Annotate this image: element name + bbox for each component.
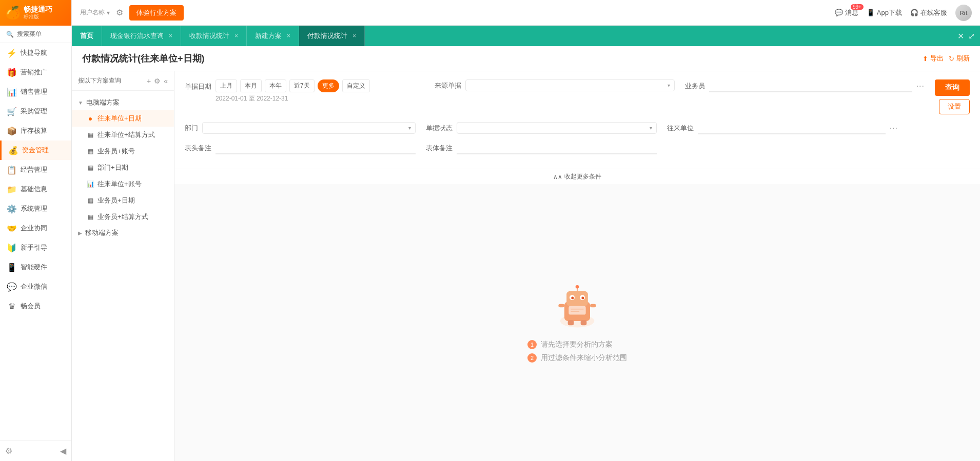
sidebar-item-quick-nav[interactable]: ⚡ 快捷导航	[0, 43, 71, 63]
sidebar-item-hardware[interactable]: 📱 智能硬件	[0, 257, 71, 277]
app-download-link[interactable]: 📱 App下载	[867, 8, 902, 17]
tab-payment-close[interactable]: ×	[352, 32, 356, 39]
header-settings-icon[interactable]: ⚙	[116, 8, 123, 17]
scheme-group-desktop: ▼ 电脑端方案 ● 往来单位+日期 ▦ 往来单位+结算方式	[72, 95, 174, 225]
body-remark-label: 表体备注	[426, 144, 453, 153]
search-icon: 🔍	[6, 31, 14, 38]
filter-header-remark-col: 表头备注	[185, 142, 416, 154]
filter-settings-btn[interactable]: 设置	[939, 99, 970, 114]
messages-badge[interactable]: 💬 消息 99+	[835, 8, 858, 17]
scheme-group-mobile-header[interactable]: ▶ 移动端方案	[72, 225, 174, 240]
inventory-icon: 📦	[7, 126, 16, 135]
export-btn[interactable]: ⬆ 导出	[923, 54, 944, 63]
source-select[interactable]: ▾	[465, 79, 674, 91]
sidebar-collapse-btn[interactable]: ◀	[60, 446, 66, 456]
this-month-btn[interactable]: 本月	[240, 79, 262, 92]
sidebar-item-guide[interactable]: 🔰 新手引导	[0, 238, 71, 257]
online-service-label: 在线客服	[920, 8, 947, 17]
scheme-item-partner-date[interactable]: ● 往来单位+日期	[72, 110, 174, 127]
partner-input[interactable]	[698, 122, 886, 134]
sidebar-item-management[interactable]: 📋 经营管理	[0, 160, 71, 179]
scheme-panel: 按以下方案查询 + ⚙ « ▼ 电脑端方案	[72, 71, 174, 461]
scheme-settings-btn[interactable]: ⚙	[154, 77, 161, 85]
top-header: 用户名称 ▾ ⚙ 体验行业方案 💬 消息 99+ 📱 App下载 🎧	[72, 0, 980, 26]
header-remark-input[interactable]	[215, 142, 416, 154]
tab-bank-close[interactable]: ×	[169, 32, 172, 39]
partner-dots[interactable]: ···	[890, 124, 898, 133]
sidebar-item-capital[interactable]: 💰 资金管理	[0, 141, 71, 160]
scheme-item-partner-settlement-label: 往来单位+结算方式	[97, 130, 155, 139]
enterprise-label: 企业协同	[21, 224, 47, 233]
scheme-panel-title-text: 按以下方案查询	[78, 76, 121, 85]
sidebar-item-marketing[interactable]: 🎁 营销推广	[0, 63, 71, 82]
tab-payment[interactable]: 付款情况统计 ×	[299, 26, 365, 46]
sidebar-item-wechat[interactable]: 💬 企业微信	[0, 277, 71, 296]
scheme-item-partner-account-icon: 📊	[86, 180, 94, 188]
sidebar-item-sales[interactable]: 📊 销售管理	[0, 82, 71, 102]
last-7-days-btn[interactable]: 近7天	[289, 79, 315, 92]
scheme-item-partner-settlement[interactable]: ▦ 往来单位+结算方式	[72, 127, 174, 143]
dept-select[interactable]: ▾	[202, 122, 416, 134]
last-month-btn[interactable]: 上月	[215, 79, 237, 92]
salesperson-input[interactable]	[709, 79, 912, 92]
salesperson-dots[interactable]: ···	[916, 82, 925, 91]
sidebar-item-vip[interactable]: ♛ 畅会员	[0, 296, 71, 316]
scheme-item-staff-settlement[interactable]: ▦ 业务员+结算方式	[72, 209, 174, 225]
desktop-group-label: 电脑端方案	[86, 98, 120, 107]
scheme-add-btn[interactable]: +	[147, 77, 151, 85]
sidebar-item-inventory[interactable]: 📦 库存核算	[0, 121, 71, 141]
sidebar-item-purchase[interactable]: 🛒 采购管理	[0, 102, 71, 121]
svg-point-5	[571, 297, 574, 299]
scheme-group-desktop-header[interactable]: ▼ 电脑端方案	[72, 95, 174, 110]
tab-collection[interactable]: 收款情况统计 ×	[181, 26, 247, 46]
scheme-item-staff-date-label: 业务员+日期	[97, 196, 135, 205]
sales-label: 销售管理	[21, 87, 47, 96]
body-remark-input[interactable]	[457, 142, 657, 154]
scheme-item-partner-account[interactable]: 📊 往来单位+账号	[72, 176, 174, 192]
online-service-link[interactable]: 🎧 在线客服	[910, 8, 947, 17]
tab-bank[interactable]: 现金银行流水查询 ×	[102, 26, 181, 46]
tab-home[interactable]: 首页	[72, 26, 102, 46]
tab-collection-close[interactable]: ×	[234, 32, 238, 39]
date-buttons: 上月 本月 本年 近7天 更多 自定义	[215, 79, 370, 92]
tab-collection-label: 收款情况统计	[189, 31, 229, 41]
scheme-item-partner-settlement-icon: ▦	[86, 131, 94, 139]
scheme-item-dept-date[interactable]: ▦ 部门+日期	[72, 159, 174, 176]
marketing-label: 营销推广	[21, 68, 47, 77]
this-year-btn[interactable]: 本年	[265, 79, 286, 92]
status-select[interactable]: ▾	[457, 122, 657, 134]
scheme-item-staff-settlement-icon: ▦	[86, 213, 94, 221]
user-avatar[interactable]: Rit	[955, 5, 972, 21]
tab-new-scheme-close[interactable]: ×	[287, 32, 290, 39]
scheme-item-staff-date[interactable]: ▦ 业务员+日期	[72, 192, 174, 209]
refresh-icon: ↻	[949, 55, 954, 63]
tab-close-all-btn[interactable]: ✕	[957, 31, 964, 41]
search-menu[interactable]: 🔍 搜索菜单	[0, 26, 71, 43]
sidebar-item-basic[interactable]: 📁 基础信息	[0, 179, 71, 199]
partner-input-wrapper	[698, 122, 886, 134]
scheme-item-dept-date-icon: ▦	[86, 164, 94, 172]
trial-btn[interactable]: 体验行业方案	[129, 5, 184, 21]
app-name: 畅捷通巧	[24, 5, 52, 14]
page-actions: ⬆ 导出 ↻ 刷新	[923, 54, 970, 63]
quick-nav-label: 快捷导航	[21, 48, 47, 57]
collapse-more-btn[interactable]: ∧∧ 收起更多条件	[174, 169, 980, 184]
custom-btn[interactable]: 自定义	[342, 79, 370, 92]
message-icon: 💬	[835, 9, 843, 16]
phone-icon: 📱	[867, 9, 875, 16]
status-select-arrow: ▾	[650, 125, 652, 131]
query-btn[interactable]: 查询	[935, 79, 970, 96]
filter-partner-col: 往来单位 ···	[667, 122, 898, 134]
content-body: 按以下方案查询 + ⚙ « ▼ 电脑端方案	[72, 71, 980, 461]
sidebar-item-system[interactable]: ⚙️ 系统管理	[0, 199, 71, 218]
tab-new-scheme[interactable]: 新建方案 ×	[247, 26, 299, 46]
refresh-btn[interactable]: ↻ 刷新	[949, 54, 970, 63]
sidebar-settings-btn[interactable]: ⚙	[5, 446, 12, 456]
scheme-item-staff-account[interactable]: ▦ 业务员+账号	[72, 143, 174, 159]
filter-row-3: 表头备注 表体备注	[185, 142, 970, 154]
scheme-panel-header: 按以下方案查询 + ⚙ «	[72, 71, 174, 91]
sidebar-item-enterprise[interactable]: 🤝 企业协同	[0, 218, 71, 238]
tab-maximize-btn[interactable]: ⤢	[968, 31, 975, 41]
scheme-panel-collapse-btn[interactable]: «	[164, 77, 168, 85]
more-btn[interactable]: 更多	[318, 79, 339, 92]
